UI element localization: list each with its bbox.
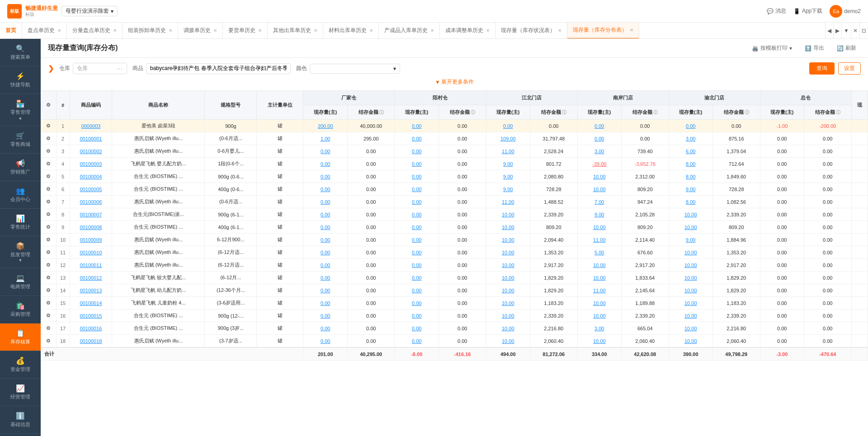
row-settings[interactable]: ⚙ (41, 284, 56, 297)
qty-link[interactable]: 10.00 (684, 212, 697, 217)
qty-link[interactable]: 0.00 (594, 123, 604, 129)
row-settings[interactable]: ⚙ (41, 196, 56, 208)
search-btn[interactable]: 查询 (809, 62, 835, 75)
settings-icon[interactable]: ⚙ (46, 148, 51, 154)
sidebar-item-quick-nav[interactable]: ⚡ 快捷导航 (0, 66, 41, 94)
qty-link[interactable]: 0.00 (412, 149, 421, 154)
qty-link[interactable]: 10.00 (502, 250, 514, 255)
qty-link[interactable]: 10.00 (684, 288, 697, 293)
qty-link[interactable]: 10.00 (502, 212, 514, 217)
qty-link[interactable]: 0.00 (412, 313, 421, 319)
expand-btn[interactable]: ▼ 展开更多条件 (435, 78, 474, 86)
qty-link[interactable]: 10.00 (684, 338, 697, 344)
info-icon[interactable]: ⓘ (745, 110, 749, 115)
row-settings[interactable]: ⚙ (41, 335, 56, 348)
qty-link[interactable]: 10.00 (502, 300, 514, 306)
qty-link[interactable]: 0.00 (412, 212, 421, 217)
qty-link[interactable]: 0.00 (321, 326, 330, 331)
tab-close-icon[interactable]: ✕ (57, 28, 61, 33)
tab-transfer[interactable]: 调拨单历史 ✕ (178, 23, 223, 39)
qty-link[interactable]: 11.00 (593, 288, 606, 293)
code-link[interactable]: 00100007 (80, 212, 102, 217)
qty-link[interactable]: 0.00 (412, 300, 421, 306)
qty-link[interactable]: 0.00 (412, 123, 421, 129)
tab-inventory-single[interactable]: 盘点单历史 ✕ (22, 23, 67, 39)
col-settings[interactable]: ⚙ (41, 91, 56, 120)
qty-link[interactable]: 10.00 (684, 300, 697, 306)
qty-link[interactable]: 10.00 (502, 326, 514, 331)
sidebar-item-retail-stats[interactable]: 📊 零售统计 (0, 209, 41, 236)
code-link[interactable]: 00100013 (80, 288, 102, 293)
qty-link[interactable]: 0.00 (321, 199, 330, 205)
qty-link[interactable]: 9.00 (686, 187, 695, 192)
row-settings[interactable]: ⚙ (41, 183, 56, 196)
info-icon[interactable]: ⓘ (471, 110, 475, 115)
tab-assemble[interactable]: 组装拆卸单历史 ✕ (123, 23, 178, 39)
qty-link[interactable]: 0.00 (321, 250, 330, 255)
tab-stock-dist[interactable]: 现存量（库存分布表） ✕ (567, 23, 639, 39)
tab-product-in[interactable]: 产成品入库单历史 ✕ (379, 23, 440, 39)
qty-link[interactable]: 10.00 (593, 263, 606, 268)
qty-link[interactable]: 10.00 (684, 275, 697, 281)
settings-icon[interactable]: ⚙ (46, 211, 51, 217)
qty-link[interactable]: 11.00 (502, 149, 514, 154)
row-settings[interactable]: ⚙ (41, 259, 56, 272)
info-icon[interactable]: ⓘ (653, 110, 658, 115)
settings-icon[interactable]: ⚙ (46, 173, 51, 179)
qty-link[interactable]: 10.00 (502, 338, 514, 344)
code-link[interactable]: 00100004 (80, 174, 102, 179)
settings-icon[interactable]: ⚙ (46, 325, 51, 331)
tab-close-icon[interactable]: ✕ (630, 28, 633, 33)
qty-link[interactable]: 11.00 (502, 199, 514, 205)
tab-close-icon[interactable]: ✕ (169, 28, 172, 33)
row-settings[interactable]: ⚙ (41, 234, 56, 246)
qty-link[interactable]: 109.00 (500, 136, 516, 141)
qty-link[interactable]: 0.00 (321, 212, 330, 217)
settings-icon[interactable]: ⚙ (46, 237, 51, 242)
qty-link[interactable]: 3.00 (686, 136, 695, 141)
qty-link[interactable]: 8.00 (686, 161, 695, 167)
qty-link[interactable]: 0.00 (686, 123, 695, 129)
code-link[interactable]: 00100001 (80, 136, 102, 141)
sidebar-item-operation[interactable]: 📈 经营管理 (0, 379, 41, 406)
code-link[interactable]: 00100018 (80, 338, 102, 344)
tab-purchase-receipt[interactable]: 要货单历史 ✕ (223, 23, 268, 39)
qty-link[interactable]: 0.00 (412, 225, 421, 230)
code-link[interactable]: 00100003 (80, 161, 102, 167)
tabs-expand-btn[interactable]: ⊡ (859, 23, 868, 39)
row-settings[interactable]: ⚙ (41, 322, 56, 335)
tab-inventory-sub[interactable]: 分量盘点单历史 ✕ (67, 23, 123, 39)
info-icon[interactable]: ⓘ (562, 110, 566, 115)
row-settings[interactable]: ⚙ (41, 158, 56, 170)
settings-icon[interactable]: ⚙ (46, 224, 51, 230)
tabs-close-all-btn[interactable]: ✕ (851, 23, 859, 39)
qty-link[interactable]: 10.00 (502, 263, 514, 268)
code-link[interactable]: 00100009 (80, 237, 102, 243)
qty-link[interactable]: 6.00 (686, 149, 695, 154)
message-btn[interactable]: 💬 消息 (767, 7, 786, 15)
qty-link[interactable]: 0.00 (412, 288, 421, 293)
table-container[interactable]: ⚙ # 商品编码 商品名称 规格型号 主计量单位 厂家仓 陌村仓 江北门店 南岸… (41, 91, 868, 436)
qty-link[interactable]: 0.00 (321, 174, 330, 179)
tab-stock-status[interactable]: 现存量（库存状况表） ✕ (495, 23, 567, 39)
settings-icon[interactable]: ⚙ (46, 123, 51, 128)
tab-close-icon[interactable]: ✕ (558, 28, 561, 33)
sidebar-item-retail-store[interactable]: 🛒 零售商城 (0, 126, 41, 154)
code-link[interactable]: 00100016 (80, 326, 102, 331)
qty-link[interactable]: 9.00 (686, 237, 695, 243)
code-link[interactable]: 00100011 (80, 263, 102, 268)
sidebar-item-basic[interactable]: ℹ️ 基础信息 (0, 406, 41, 434)
qty-link[interactable]: 1.00 (321, 136, 330, 141)
qty-link[interactable]: 10.00 (502, 275, 514, 281)
qty-link[interactable]: 3.00 (594, 149, 604, 154)
qty-link[interactable]: 11.00 (593, 237, 606, 243)
qty-link[interactable]: 10.00 (684, 313, 697, 319)
filter-collapse-btn[interactable]: ❯ (48, 64, 54, 73)
tab-home[interactable]: 首页 (0, 23, 22, 39)
qty-link[interactable]: 10.00 (593, 300, 606, 306)
sidebar-item-member[interactable]: 👥 会员中心 (0, 181, 41, 209)
qty-link[interactable]: 0.00 (321, 275, 330, 281)
qty-link[interactable]: 0.00 (321, 149, 330, 154)
qty-link[interactable]: 0.00 (321, 161, 330, 167)
qty-link[interactable]: 0.00 (412, 237, 421, 243)
